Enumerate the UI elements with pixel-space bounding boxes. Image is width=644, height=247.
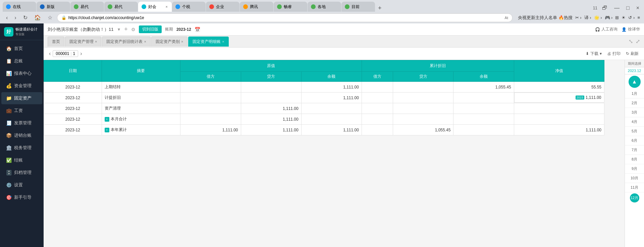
tab-depreciation-stats[interactable]: 固定资产折旧统计表 × (102, 37, 150, 47)
window-close-button[interactable]: × (634, 4, 641, 12)
minimize-button[interactable]: — (612, 4, 622, 12)
browser-tab-yidai1[interactable]: 易代 (70, 2, 104, 12)
prev-page-button[interactable]: ‹ (49, 51, 51, 57)
home-button[interactable]: 🏠 (32, 14, 43, 21)
scissors-btn[interactable]: ✂ › (575, 15, 582, 20)
refresh-button[interactable]: ↻ 刷新 (626, 51, 639, 57)
browser-tab-chang[interactable]: 畅睿 (274, 2, 307, 12)
sun-btn[interactable]: ☀ (622, 15, 626, 20)
user-button[interactable]: 👤 徐译华 (622, 26, 640, 32)
menu-btn[interactable]: ≡ (637, 15, 640, 20)
tab-asset-detail[interactable]: 固定资产明细账 × (188, 37, 228, 47)
ledger-icon: 📋 (6, 58, 11, 64)
sidebar-item-label: 固定资产 (14, 95, 32, 101)
date-panel-month-4[interactable]: 4月 (625, 117, 644, 127)
tab-asset-category[interactable]: 固定资产类别 × (151, 37, 187, 47)
browser-tab-gedi[interactable]: 各地 (308, 2, 341, 12)
date-panel-month-5[interactable]: 5月 (625, 127, 644, 136)
restore-button[interactable]: 🗗 (600, 4, 609, 12)
date-panel-month-12[interactable]: 12月 (630, 193, 639, 203)
date-panel-month-9[interactable]: 9月 (625, 164, 644, 174)
sidebar-item-home[interactable]: 🏠 首页 (1, 43, 42, 55)
wallet-btn[interactable]: 🌟 › (594, 15, 602, 20)
date-panel-month-1[interactable]: 1月 (625, 89, 644, 99)
address-input[interactable] (68, 15, 503, 20)
tab-label: 在线 (13, 4, 21, 10)
reload-button[interactable]: ↻ (21, 14, 30, 21)
browser-tab-tencent[interactable]: 腾讯 (240, 2, 273, 12)
date-panel-month-6[interactable]: 6月 (625, 136, 644, 145)
sidebar-item-archive[interactable]: 🗄️ 归档管理 (1, 167, 42, 179)
game-btn[interactable]: 🎮 › (605, 15, 613, 20)
account-name: 刘小艳演示账套（勿删勿动！）11 (48, 26, 113, 33)
address-bar[interactable]: 🔒 At (57, 13, 513, 22)
sidebar-item-ledger[interactable]: 📋 总账 (1, 55, 42, 67)
maximize-button[interactable]: □ (624, 4, 632, 12)
main-table-area: 日期 摘要 原值 累计折旧 净值 借方 贷方 余额 借方 贷方 余额 (44, 60, 625, 247)
sidebar-item-close[interactable]: ✅ 结账 (1, 154, 42, 166)
grid-btn[interactable]: ⊞ (615, 15, 619, 20)
sidebar-item-invoice[interactable]: 🧾 发票管理 (1, 117, 42, 129)
scroll-top-button[interactable]: ▲ (629, 76, 641, 88)
top-bar-right: 🎧 人工咨询 👤 徐译华 (595, 26, 640, 32)
undo-btn[interactable]: ↺ › (628, 15, 635, 20)
tab-label: 目前 (352, 4, 360, 10)
sidebar-item-funds[interactable]: 💰 资金管理 (1, 80, 42, 92)
calendar-button[interactable]: 📅 (195, 27, 200, 32)
browser-tab-geshui[interactable]: 个税 (172, 2, 206, 12)
tab-favicon (6, 4, 11, 9)
sidebar-item-settings[interactable]: ⚙️ 设置 (1, 179, 42, 191)
print-button[interactable]: 🖨 打印 (607, 51, 621, 57)
close-icon[interactable]: × (181, 40, 183, 44)
sidebar-item-tax[interactable]: 🏛️ 税务管理 (1, 142, 42, 154)
date-panel-month-3[interactable]: 3月 (625, 108, 644, 117)
cell-summary: 资产清理 (102, 103, 180, 114)
cell-dep-balance (453, 103, 514, 114)
sidebar-item-fixed-assets[interactable]: 📁 固定资产 (1, 92, 42, 104)
close-icon[interactable]: × (95, 40, 97, 44)
browser-tab-muqian[interactable]: 目前 (341, 2, 375, 12)
add-account-button[interactable]: + (124, 26, 128, 33)
date-panel-month-10[interactable]: 10月 (625, 174, 644, 183)
close-icon[interactable]: × (222, 40, 224, 44)
back-button[interactable]: ‹ (4, 14, 10, 21)
bookmark-button[interactable]: ☆ (46, 14, 54, 21)
date-panel-month-8[interactable]: 8月 (625, 155, 644, 164)
close-icon[interactable]: × (144, 40, 146, 44)
cell-date: 2023-12 (44, 125, 102, 135)
maximize-panel-button[interactable]: ⤢ (636, 38, 640, 45)
date-panel-month-11[interactable]: 11月 (625, 183, 644, 192)
cell-dep-debit (362, 92, 393, 103)
cell-date: 2023-12 (44, 103, 102, 114)
translate-btn[interactable]: 译 › (584, 15, 591, 21)
minimize-panel-button[interactable]: ⤡ (629, 38, 633, 45)
tab-badge: 11 (593, 6, 597, 10)
tab-fixed-asset-mgmt[interactable]: 固定资产管理 × (65, 37, 101, 47)
sidebar-item-payroll[interactable]: 💼 工资 (1, 105, 42, 117)
date-panel-month-2[interactable]: 2月 (625, 99, 644, 108)
tab-label: 固定资产明细账 (193, 39, 221, 45)
search-action-btn[interactable]: 央视更新主持人名单 🔥热搜 (518, 15, 573, 21)
download-button[interactable]: ⬇ 下载 ▾ (586, 51, 602, 57)
table-row: 2023-12 计提折旧 1,111.00 2023 1,111.00 (44, 92, 604, 103)
browser-tab-new[interactable]: 新版 (37, 2, 70, 12)
sidebar-item-reports[interactable]: 📊 报表中心 (1, 67, 42, 79)
new-tab-button[interactable]: + (375, 5, 384, 12)
switch-version-button[interactable]: 切到旧版 (139, 25, 162, 33)
browser-tab-yidai2[interactable]: 易代 (104, 2, 138, 12)
sidebar-item-sales[interactable]: 📦 进销台账 (1, 129, 42, 141)
next-page-button[interactable]: › (80, 51, 82, 57)
support-button[interactable]: 🎧 人工咨询 (595, 26, 618, 32)
cell-dep-credit (393, 114, 453, 125)
browser-tab-haohui[interactable]: 好会 × (138, 2, 172, 12)
sidebar-item-label: 新手引导 (14, 194, 32, 200)
sidebar-item-label: 总账 (14, 58, 23, 64)
close-icon[interactable]: × (165, 4, 168, 9)
browser-tab-qiye[interactable]: 企业 (206, 2, 239, 12)
tab-home[interactable]: 首页 (48, 37, 64, 47)
browser-tab-online[interactable]: 在线 (3, 2, 36, 12)
sidebar-item-guide[interactable]: 🎯 新手引导 (1, 191, 42, 203)
settings-account-button[interactable]: ⚙ (131, 27, 136, 32)
date-panel-month-7[interactable]: 7月 (625, 145, 644, 155)
forward-button[interactable]: › (12, 14, 18, 21)
